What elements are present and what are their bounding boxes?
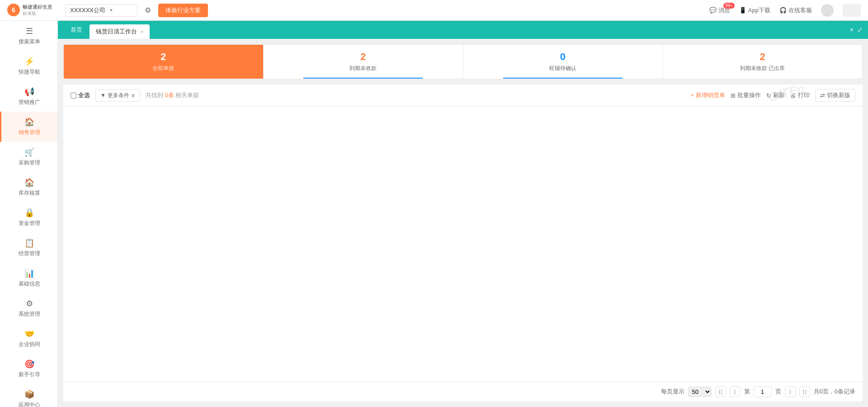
filter-label: 更多条件 bbox=[108, 92, 129, 99]
appcenter-icon: 📦 bbox=[24, 389, 34, 399]
main-content: 首页 钱货日清工作台 × × ⤢ 2 全部单据 2 到期未收款 bbox=[58, 21, 868, 407]
pagination: 每页显示 50 100 200 ⟨⟨ ⟨ 第 1 页 ⟩ ⟩⟩ 共0页，0条记录 bbox=[63, 381, 863, 402]
sidebar-item-purchase[interactable]: 🛒 采购管理 bbox=[0, 142, 57, 172]
refresh-button[interactable]: ↻ 刷新 bbox=[766, 91, 785, 99]
sidebar-label-purchase: 采购管理 bbox=[19, 159, 40, 167]
stat-card-overdue-shipped[interactable]: 2 到期未收款 已出库 bbox=[663, 45, 862, 79]
batch-label: 批量操作 bbox=[737, 91, 761, 99]
tab-active[interactable]: 钱货日清工作台 × bbox=[90, 24, 150, 39]
sales-icon: 🏠 bbox=[24, 117, 34, 127]
tab-minimize-icon[interactable]: × bbox=[850, 26, 854, 33]
tab-bar: 首页 钱货日清工作台 × × ⤢ bbox=[58, 21, 868, 39]
app-download[interactable]: 📱 App下载 bbox=[739, 6, 770, 14]
sidebar-label-basicinfo: 基础信息 bbox=[19, 280, 40, 288]
filter-chevron: ∨ bbox=[131, 92, 135, 98]
prev-page-button[interactable]: ⟨ bbox=[730, 386, 741, 397]
avatar[interactable] bbox=[821, 4, 834, 17]
sidebar-label-quicknav: 快捷导航 bbox=[19, 68, 40, 76]
sidebar-item-finance[interactable]: 🔒 资金管理 bbox=[0, 202, 57, 233]
switch-version-button[interactable]: ⇄ 切换新版 bbox=[815, 89, 855, 102]
content-area: 2 全部单据 2 到期未收款 0 旺辅待确认 2 到期未收款 已出库 bbox=[58, 39, 868, 407]
tab-maximize-icon[interactable]: ⤢ bbox=[857, 26, 863, 33]
sidebar-label-system: 系统管理 bbox=[19, 310, 40, 318]
settings-icon[interactable]: ⚙ bbox=[145, 6, 151, 14]
select-all-label: 全选 bbox=[78, 91, 90, 99]
sidebar-item-inventory[interactable]: 🏠 库存核算 bbox=[0, 172, 57, 202]
main-layout: ☰ 搜索菜单 ⚡ 快捷导航 📢 营销推广 🏠 销售管理 🛒 采购管理 🏠 库存核… bbox=[0, 21, 868, 407]
sidebar-label-inventory: 库存核算 bbox=[19, 189, 40, 197]
online-service[interactable]: 🎧 在线客服 bbox=[779, 6, 812, 14]
sidebar-item-marketing[interactable]: 📢 营销推广 bbox=[0, 81, 57, 112]
sidebar-label-enterprise: 企业协同 bbox=[19, 341, 40, 348]
stat-card-pending[interactable]: 0 旺辅待确认 bbox=[463, 45, 663, 79]
sidebar-item-sales[interactable]: 🏠 销售管理 bbox=[0, 112, 57, 142]
logo-line2: 标准版 bbox=[23, 10, 52, 17]
page-input[interactable]: 1 bbox=[754, 386, 772, 397]
switch-icon: ⇄ bbox=[820, 92, 825, 99]
batch-icon: ⊞ bbox=[731, 92, 736, 99]
trial-button[interactable]: 体验行业方案 bbox=[158, 4, 208, 17]
sidebar-item-enterprise[interactable]: 🤝 企业协同 bbox=[0, 323, 57, 354]
sidebar-label-finance: 资金管理 bbox=[19, 220, 40, 227]
sidebar-item-basicinfo[interactable]: 📊 基础信息 bbox=[0, 263, 57, 293]
company-selector[interactable]: XXXXXX公司 ▼ bbox=[65, 4, 137, 17]
page-label2: 页 bbox=[775, 388, 781, 396]
print-button[interactable]: 🖨 打印 bbox=[790, 91, 810, 99]
marketing-icon: 📢 bbox=[24, 87, 34, 97]
stats-cards: 2 全部单据 2 到期未收款 0 旺辅待确认 2 到期未收款 已出库 bbox=[63, 44, 863, 79]
search-menu-icon: ☰ bbox=[26, 26, 33, 36]
stat-card-overdue[interactable]: 2 到期未收款 bbox=[264, 45, 463, 79]
select-all-checkbox[interactable]: 全选 bbox=[71, 91, 90, 99]
batch-operation-button[interactable]: ⊞ 批量操作 bbox=[731, 91, 761, 99]
last-page-button[interactable]: ⟩⟩ bbox=[799, 386, 810, 397]
sidebar-item-system[interactable]: ⚙ 系统管理 bbox=[0, 293, 57, 323]
total-info: 共0页，0条记录 bbox=[814, 388, 855, 396]
found-suffix: 相关单据 bbox=[175, 92, 199, 98]
tab-close-icon[interactable]: × bbox=[141, 29, 143, 34]
sidebar-item-operations[interactable]: 📋 经营管理 bbox=[0, 233, 57, 263]
top-bar: 6 畅捷通好生意 标准版 XXXXXX公司 ▼ ⚙ 体验行业方案 💬 消息 99… bbox=[0, 0, 868, 21]
next-page-button[interactable]: ⟩ bbox=[785, 386, 796, 397]
found-prefix: 共找到 bbox=[146, 92, 163, 98]
filter-icon: ▼ bbox=[100, 92, 106, 98]
stat-underline-pending bbox=[503, 78, 623, 79]
filter-button[interactable]: ▼ 更多条件 ∨ bbox=[95, 89, 140, 102]
select-all-input[interactable] bbox=[71, 93, 76, 98]
service-icon: 🎧 bbox=[779, 7, 787, 14]
stat-count-overdue: 2 bbox=[273, 51, 454, 63]
per-page-select[interactable]: 50 100 200 bbox=[688, 387, 712, 397]
stat-count-pending: 0 bbox=[472, 51, 654, 63]
quicknav-icon: ⚡ bbox=[24, 56, 34, 66]
stat-count-all: 2 bbox=[73, 51, 254, 63]
first-page-button[interactable]: ⟨⟨ bbox=[715, 386, 726, 397]
stat-label-overdue: 到期未收款 bbox=[273, 65, 454, 72]
app-download-icon: 📱 bbox=[739, 7, 746, 14]
sidebar: ☰ 搜索菜单 ⚡ 快捷导航 📢 营销推广 🏠 销售管理 🛒 采购管理 🏠 库存核… bbox=[0, 21, 58, 407]
logo-area: 6 畅捷通好生意 标准版 bbox=[7, 4, 65, 16]
company-dropdown-arrow: ▼ bbox=[109, 8, 113, 13]
sidebar-label-operations: 经营管理 bbox=[19, 250, 40, 257]
add-sale-order-button[interactable]: + 新增销货单 bbox=[691, 91, 725, 99]
message-badge: 99+ bbox=[723, 3, 735, 9]
table-area bbox=[63, 107, 863, 381]
logo-text-area: 畅捷通好生意 标准版 bbox=[23, 4, 52, 16]
sidebar-item-guide[interactable]: 🎯 新手引导 bbox=[0, 354, 57, 384]
sidebar-item-search[interactable]: ☰ 搜索菜单 bbox=[0, 21, 57, 51]
user-name-area[interactable] bbox=[843, 4, 861, 17]
stat-label-pending: 旺辅待确认 bbox=[472, 65, 654, 72]
refresh-label: 刷新 bbox=[773, 91, 785, 99]
stat-count-overdue-shipped: 2 bbox=[672, 51, 853, 63]
sidebar-item-quicknav[interactable]: ⚡ 快捷导航 bbox=[0, 51, 57, 81]
list-toolbar: 全选 ▼ 更多条件 ∨ 共找到 0条 相关单据 + 新增销货单 ⊞ 批量操作 bbox=[63, 84, 863, 107]
system-icon: ⚙ bbox=[26, 299, 33, 309]
guide-icon: 🎯 bbox=[24, 359, 34, 369]
message-area[interactable]: 💬 消息 99+ bbox=[709, 6, 730, 14]
tab-home[interactable]: 首页 bbox=[63, 21, 90, 39]
switch-label: 切换新版 bbox=[827, 91, 850, 99]
purchase-icon: 🛒 bbox=[24, 147, 34, 157]
refresh-icon: ↻ bbox=[766, 92, 771, 99]
sidebar-item-appcenter[interactable]: 📦 应用中心 bbox=[0, 384, 57, 407]
stat-card-all[interactable]: 2 全部单据 bbox=[64, 45, 264, 79]
logo-icon: 6 bbox=[7, 4, 20, 16]
sidebar-label-guide: 新手引导 bbox=[19, 371, 40, 379]
